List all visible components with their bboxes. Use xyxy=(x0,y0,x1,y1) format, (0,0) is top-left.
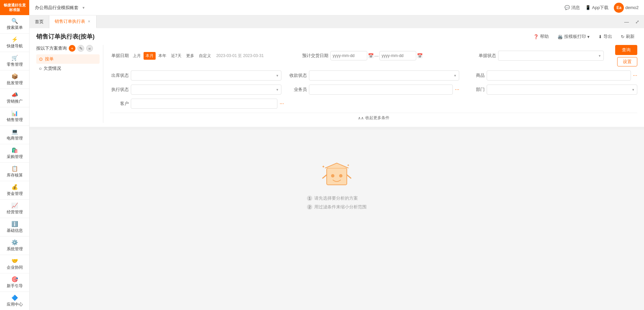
refresh-btn[interactable]: ↻ 刷新 xyxy=(618,32,637,41)
collapse-text: 收起更多条件 xyxy=(365,115,389,121)
user-menu-btn[interactable]: Ea demo2 xyxy=(614,3,639,13)
sidebar-icon-14: 🎯 xyxy=(11,276,18,282)
tab-sales-order[interactable]: 销售订单执行表 × xyxy=(49,15,97,28)
sidebar-label-12: 系统管理 xyxy=(7,246,23,252)
sidebar-item-8[interactable]: 📋 库存核算 xyxy=(0,163,29,181)
page-header: 销售订单执行表(按单) ❓ 帮助 🖨️ 按模板打印 ▾ ⬇ 导出 ↻ 刷新 xyxy=(30,28,644,41)
date-separator: — xyxy=(374,53,379,58)
filter-receive-group: 收款状态 ▾ xyxy=(288,70,460,81)
customer-more-icon[interactable]: ··· xyxy=(279,101,284,107)
tab-sales-order-label: 销售订单执行表 xyxy=(55,18,85,24)
query-btn[interactable]: 查询 xyxy=(615,45,637,55)
predict-date-start-input[interactable] xyxy=(330,51,367,60)
print-btn[interactable]: 🖨️ 按模板打印 ▾ xyxy=(555,32,592,41)
filter-row-1: 单据日期 上月 本月 本年 近7天 更多 自定义 2023-03-01 至 20… xyxy=(110,45,637,66)
print-dropdown-icon[interactable]: ▾ xyxy=(587,34,590,39)
tab-minimize-btn[interactable]: — xyxy=(623,18,631,26)
sidebar-item-3[interactable]: 📦 批发管理 xyxy=(0,70,29,89)
sidebar-icon-6: 💻 xyxy=(11,128,18,135)
edit-scheme-btn[interactable]: ✎ xyxy=(77,45,84,52)
sidebar-item-6[interactable]: 💻 电商管理 xyxy=(0,126,29,144)
sidebar-item-0[interactable]: 🔍 搜索菜单 xyxy=(0,15,29,34)
salesperson-more-icon[interactable]: ··· xyxy=(455,87,459,93)
sidebar-item-4[interactable]: 📣 营销推广 xyxy=(0,89,29,107)
tab-home[interactable]: 首页 xyxy=(30,15,49,28)
dept-select[interactable]: ▾ xyxy=(487,85,637,95)
sidebar-item-10[interactable]: 📈 经营管理 xyxy=(0,200,29,218)
predict-date-end-input[interactable] xyxy=(379,51,416,60)
goods-input[interactable] xyxy=(487,70,631,81)
sidebar-label-4: 营销推广 xyxy=(7,99,23,104)
scheme-item-0[interactable]: ⊙ 按单 xyxy=(36,54,100,64)
date-tab-this-month[interactable]: 本月 xyxy=(144,52,156,60)
collapse-bar[interactable]: ∧∧ 收起更多条件 xyxy=(110,113,637,123)
sidebar-icon-10: 📈 xyxy=(11,202,18,209)
sidebar-icon-5: 📊 xyxy=(11,110,18,116)
sidebar-label-7: 采购管理 xyxy=(7,154,23,160)
goods-more-icon[interactable]: ··· xyxy=(633,72,637,79)
exec-status-select[interactable]: ▾ xyxy=(131,85,281,95)
sidebar-icon-8: 📋 xyxy=(11,165,18,172)
filter-ship-group: 出库状态 ▾ xyxy=(110,70,281,81)
empty-step-2: 2 用过滤条件来缩小分析范围 xyxy=(307,204,367,210)
app-download-btn[interactable]: 📱 App下载 xyxy=(585,5,608,11)
page-actions: ❓ 帮助 🖨️ 按模板打印 ▾ ⬇ 导出 ↻ 刷新 xyxy=(531,32,637,41)
sidebar-item-2[interactable]: 🛒 零售管理 xyxy=(0,52,29,70)
message-btn[interactable]: 💬 消息 xyxy=(565,5,580,11)
empty-step-1-text: 请先选择要分析的方案 xyxy=(314,195,358,201)
date-tab-custom[interactable]: 自定义 xyxy=(197,52,213,60)
scheme-label-0: 按单 xyxy=(45,56,54,62)
collapse-scheme-btn[interactable]: « xyxy=(86,45,93,52)
sidebar-item-11[interactable]: ℹ️ 基础信息 xyxy=(0,218,29,237)
filter-left-panel: 按以下方案查询 + ✎ « ⊙ 按单 ○ 欠货情况 xyxy=(36,45,103,123)
sidebar-item-9[interactable]: 💰 资金管理 xyxy=(0,181,29,200)
help-btn[interactable]: ❓ 帮助 xyxy=(531,32,551,41)
app-download-icon: 📱 xyxy=(585,5,591,10)
export-label: 导出 xyxy=(603,34,612,40)
sidebar-item-14[interactable]: 🎯 新手引导 xyxy=(0,273,29,292)
predict-date-end-icon[interactable]: 📅 xyxy=(417,53,423,58)
query-actions: 查询 设置 xyxy=(610,45,637,66)
tab-close-icon[interactable]: × xyxy=(87,18,91,24)
sidebar-item-1[interactable]: ⚡ 快捷导航 xyxy=(0,34,29,52)
add-scheme-btn[interactable]: + xyxy=(69,45,75,52)
date-tab-this-year[interactable]: 本年 xyxy=(156,52,168,60)
industry-dropdown-icon[interactable]: ▾ xyxy=(83,5,85,10)
scheme-icon-1: ○ xyxy=(39,66,42,71)
status-dropdown-icon: ▾ xyxy=(599,54,601,58)
export-btn[interactable]: ⬇ 导出 xyxy=(596,32,615,41)
date-tab-7days[interactable]: 近7天 xyxy=(169,52,183,60)
ship-status-select[interactable]: ▾ xyxy=(131,70,281,81)
step-num-1: 1 xyxy=(307,196,312,201)
ship-status-dropdown-icon: ▾ xyxy=(276,73,278,78)
customer-label: 客户 xyxy=(110,101,129,107)
print-label: 按模板打印 xyxy=(564,34,586,40)
filter-right-panel: 单据日期 上月 本月 本年 近7天 更多 自定义 2023-03-01 至 20… xyxy=(103,45,637,123)
sidebar-item-7[interactable]: 🛍️ 采购管理 xyxy=(0,144,29,163)
sidebar-item-13[interactable]: 🤝 企业协同 xyxy=(0,255,29,273)
minimize-icon: — xyxy=(624,19,629,24)
tab-maximize-btn[interactable]: ⤢ xyxy=(633,18,641,26)
predict-date-start-icon[interactable]: 📅 xyxy=(368,53,374,58)
setting-btn[interactable]: 设置 xyxy=(617,57,637,66)
receive-status-select[interactable]: ▾ xyxy=(309,70,460,81)
filter-goods-group: 商品 ··· xyxy=(466,70,637,81)
date-tab-more[interactable]: 更多 xyxy=(184,52,196,60)
sidebar-icon-11: ℹ️ xyxy=(11,221,18,227)
content-area: 销售订单执行表(按单) ❓ 帮助 🖨️ 按模板打印 ▾ ⬇ 导出 ↻ 刷新 xyxy=(30,28,644,310)
sidebar-icon-9: 💰 xyxy=(11,184,18,190)
customer-input[interactable] xyxy=(131,99,277,109)
refresh-label: 刷新 xyxy=(626,34,635,40)
sidebar-item-5[interactable]: 📊 销售管理 xyxy=(0,107,29,126)
date-tab-prev-month[interactable]: 上月 xyxy=(131,52,143,60)
sidebar-icon-4: 📣 xyxy=(11,92,18,98)
scheme-item-1[interactable]: ○ 欠货情况 xyxy=(36,64,100,73)
sidebar-item-12[interactable]: ⚙️ 系统管理 xyxy=(0,237,29,255)
sidebar-item-15[interactable]: 🔷 应用中心 xyxy=(0,292,29,310)
salesperson-input[interactable] xyxy=(309,85,453,95)
sidebar-icon-12: ⚙️ xyxy=(11,239,18,246)
sidebar-label-13: 企业协同 xyxy=(7,265,23,270)
sidebar-label-2: 零售管理 xyxy=(7,62,23,67)
ship-status-label: 出库状态 xyxy=(110,72,129,79)
status-select[interactable]: ▾ xyxy=(498,51,604,61)
